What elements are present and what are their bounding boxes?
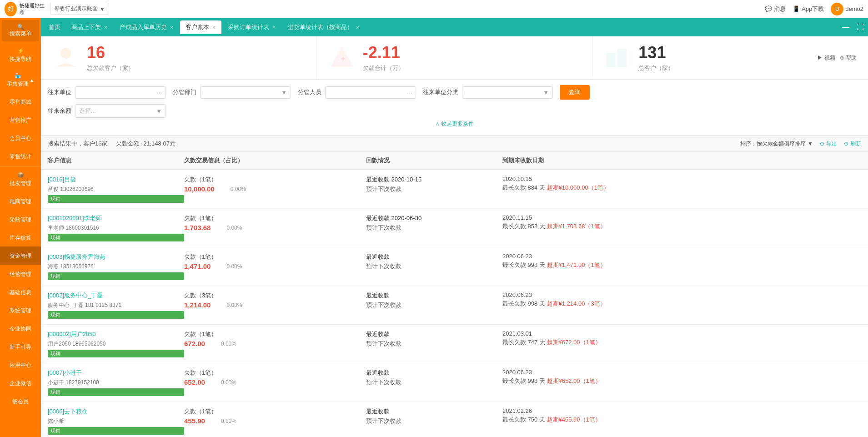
sidebar-item-retail-mgmt[interactable]: 🏪 零售管理 ▲: [0, 68, 41, 92]
sidebar-item-operations[interactable]: 经营管理: [0, 265, 41, 283]
debt-info-3: 欠款（3笔） 1,214.00 0.00%: [184, 291, 366, 309]
unit-category-select[interactable]: ▼: [462, 86, 553, 99]
help-icon: ⊙: [840, 55, 844, 61]
tab-customer-account-close[interactable]: ✕: [212, 25, 216, 30]
overdue-amount-0[interactable]: 超期¥10,000.00（1笔）: [547, 184, 609, 191]
overdue-amount-3[interactable]: 超期¥1,214.00（3笔）: [547, 300, 606, 307]
customer-phone-0: 吕俊 13026203696: [48, 186, 184, 193]
sidebar-item-basic-info[interactable]: 基础信息: [0, 283, 41, 301]
sidebar-item-purchase-mgmt[interactable]: 采购管理: [0, 210, 41, 228]
sidebar-search[interactable]: 🔍 搜索菜单: [2, 20, 39, 41]
debt-customers-label: 总欠款客户（家）: [87, 64, 134, 72]
customer-name-2[interactable]: [0003]畅捷服务尹海燕: [48, 253, 184, 261]
customer-name-3[interactable]: [0002]服务中心_丁磊: [48, 291, 184, 300]
debt-row-4: 672.00 0.00%: [184, 340, 366, 347]
tab-purchase-order[interactable]: 采购订单统计表 ✕: [222, 20, 281, 34]
tab-product-history[interactable]: 产成品入库单历史 ✕: [114, 20, 179, 34]
help-btn[interactable]: ⊙ 帮助: [840, 54, 857, 62]
app-download-btn[interactable]: 📱 App下载: [793, 5, 824, 13]
sidebar-item-app-center[interactable]: 应用中心: [0, 356, 41, 374]
balance-select[interactable]: 选择... ▼: [75, 104, 166, 118]
customer-name-5[interactable]: [0007]小进干: [48, 369, 184, 377]
user-profile[interactable]: D demo2: [831, 3, 863, 15]
overdue-days-5: 最长欠款 998 天: [502, 377, 545, 384]
tab-collapse-btn[interactable]: —: [840, 21, 851, 33]
overdue-amount-6[interactable]: 超期¥455.90（1笔）: [547, 416, 601, 423]
filter-unit-category: 往来单位分类 ▼: [423, 86, 553, 99]
sidebar-item-members[interactable]: 会员中心: [0, 129, 41, 147]
next-collection-3: 预计下次收款: [366, 301, 502, 309]
sidebar-item-enterprise[interactable]: 企业协同: [0, 319, 41, 337]
source-unit-input[interactable]: ···: [75, 86, 166, 99]
tab-purchase-stats-close[interactable]: ✕: [356, 25, 360, 30]
export-button[interactable]: ⊙ 导出: [820, 140, 837, 148]
sidebar-item-ecommerce[interactable]: 电商管理: [0, 192, 41, 210]
recovery-info-6: 最近收款 预计下次收款: [366, 407, 502, 425]
overdue-days-4: 最长欠款 747 天: [502, 339, 545, 346]
tab-expand-btn[interactable]: ⛶: [855, 21, 866, 33]
tab-purchase-order-close[interactable]: ✕: [272, 25, 276, 30]
tab-product-shelf-close[interactable]: ✕: [104, 25, 108, 30]
total-customers-label: 总客户（家）: [638, 64, 674, 72]
app-center-label: 应用中心: [2, 362, 39, 369]
sidebar-item-nav[interactable]: ⚡ 快捷导航: [0, 43, 41, 68]
overdue-amount-4[interactable]: 超期¥672.00（1笔）: [547, 339, 601, 346]
debt-amount-5: 652.00: [184, 378, 205, 386]
manager-dots: ···: [407, 89, 412, 96]
sidebar-item-marketing[interactable]: 营销推广: [0, 111, 41, 129]
nav-label: 快捷导航: [2, 55, 39, 63]
sidebar-item-finance[interactable]: 资金管理: [0, 246, 41, 265]
sidebar-item-enterprise-wechat[interactable]: 企业微信: [0, 374, 41, 392]
debt-count-1: 欠款（1笔）: [184, 214, 366, 222]
dept-select[interactable]: ▼: [200, 86, 291, 99]
message-btn[interactable]: 💬 消息: [765, 5, 786, 13]
sidebar-item-member-plus[interactable]: 畅会员: [0, 392, 41, 410]
customer-name-1[interactable]: [0001020001]李老师: [48, 214, 184, 222]
manager-input[interactable]: ···: [325, 86, 416, 99]
customer-name-6[interactable]: [0006]去下粮仓: [48, 407, 184, 416]
sidebar-item-newbie[interactable]: 新手引导: [0, 337, 41, 356]
tab-product-history-close[interactable]: ✕: [170, 25, 174, 30]
refresh-button[interactable]: ⊙ 刷新: [844, 140, 861, 148]
table-container: 客户信息 欠款交易信息（占比） 回款情况 到期未收款日期 [0016]吕俊 吕俊…: [41, 152, 868, 437]
debt-row-0: 10,000.00 0.00%: [184, 185, 366, 193]
debt-percent-1: 0.00%: [226, 225, 242, 231]
tab-product-shelf[interactable]: 商品上下架 ✕: [66, 20, 113, 34]
customer-name-0[interactable]: [0016]吕俊: [48, 176, 184, 184]
tab-purchase-stats[interactable]: 进货单统计表（按商品） ✕: [282, 20, 365, 34]
filter-balance: 往来余额 选择... ▼: [48, 104, 166, 118]
debt-info-0: 欠款（1笔） 10,000.00 0.00%: [184, 176, 366, 193]
sidebar-item-retail-stats[interactable]: 零售统计: [0, 147, 41, 165]
tab-bar: 首页 商品上下架 ✕ 产成品入库单历史 ✕ 客户账本 ✕ 采购订单统计表 ✕: [41, 18, 868, 36]
help-label: 帮助: [846, 55, 857, 61]
nav-icon: ⚡: [2, 48, 39, 54]
summary-debt-amount-info: -2.11 欠款合计（万）: [363, 43, 404, 72]
search-button[interactable]: 查询: [560, 85, 590, 100]
total-customers-icon: [604, 44, 631, 71]
customer-name-4[interactable]: [000002]用户2050: [48, 330, 184, 338]
operations-label: 经营管理: [2, 271, 39, 278]
retail-mgmt-icon: 🏪: [7, 72, 29, 79]
next-collection-1: 预计下次收款: [366, 224, 502, 232]
collapse-btn[interactable]: ∧ 收起更多条件: [48, 118, 861, 130]
store-selector[interactable]: 母婴行业演示账套 ▼: [50, 3, 109, 15]
retail-store-label: 零售商城: [2, 98, 39, 106]
customer-phone-6: 陈小希: [48, 417, 184, 425]
table-row: [0007]小进干 小进干 18279152100 现销 欠款（1笔） 652.…: [41, 363, 868, 402]
sidebar-item-retail-store[interactable]: 零售商城: [0, 92, 41, 111]
view-video-btn[interactable]: ▶ 视频: [817, 54, 835, 62]
sidebar-item-system[interactable]: 系统管理: [0, 301, 41, 319]
sidebar-item-batch-mgmt[interactable]: 📦 批发管理: [0, 167, 41, 192]
sort-label: 排序：按欠款金额倒序排序: [740, 140, 806, 148]
overdue-amount-1[interactable]: 超期¥1,703.68（1笔）: [547, 223, 606, 230]
tab-customer-account[interactable]: 客户账本 ✕: [180, 20, 221, 34]
sort-button[interactable]: 排序：按欠款金额倒序排序 ▼: [740, 140, 813, 148]
sidebar-item-inventory[interactable]: 库存核算: [0, 228, 41, 246]
manager-label: 分管人员: [298, 88, 321, 96]
tab-home[interactable]: 首页: [43, 20, 66, 34]
svg-point-0: [60, 48, 71, 59]
overdue-amount-5[interactable]: 超期¥652.00（1笔）: [547, 377, 601, 384]
overdue-amount-2[interactable]: 超期¥1,471.00（1笔）: [547, 261, 606, 268]
customer-tag-4: 现销: [48, 350, 184, 357]
debt-count-0: 欠款（1笔）: [184, 176, 366, 184]
